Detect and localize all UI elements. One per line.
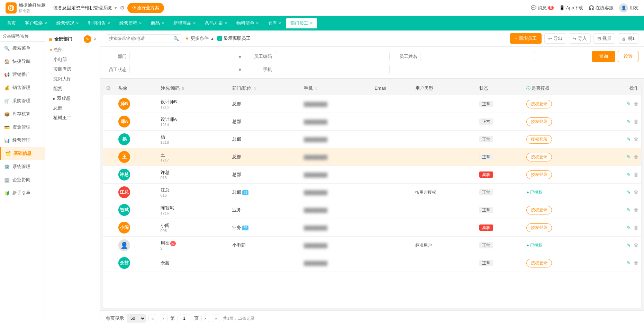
emp-code-input[interactable] — [275, 52, 390, 61]
nav-close-icon[interactable]: ✕ — [139, 21, 142, 26]
nav-close-icon[interactable]: ✕ — [107, 21, 110, 26]
dept-node-5[interactable]: ▸ 双虚想 — [48, 94, 97, 103]
sidebar-item-stock[interactable]: 📦库存核算 — [0, 107, 45, 121]
edit-button[interactable]: ✎ — [627, 136, 631, 142]
dept-collapse-button[interactable]: « — [93, 35, 97, 43]
delete-button[interactable]: 🗑 — [634, 136, 638, 142]
nav-new-goods[interactable]: 新增商品 ✕ — [169, 18, 200, 28]
dept-node-7[interactable]: 植树王二 — [48, 113, 97, 123]
edit-button[interactable]: ✎ — [627, 154, 631, 160]
delete-button[interactable]: 🗑 — [634, 260, 638, 266]
print-button[interactable]: 🖨 朝1 — [618, 33, 638, 44]
dropdown-arrow-icon[interactable]: ▾ — [115, 5, 117, 10]
authorize-button[interactable]: 授权登录 — [526, 117, 552, 126]
sidebar-item-nav[interactable]: 🏠快捷导航 — [0, 55, 45, 68]
dept-node-0[interactable]: ▾ 总部 — [48, 45, 97, 55]
edit-button[interactable]: ✎ — [627, 190, 631, 195]
settings-icon[interactable]: ⚙ — [120, 5, 125, 11]
app-download-btn[interactable]: 📱 App下载 — [559, 5, 583, 11]
authorize-button[interactable]: 授权登录 — [526, 135, 552, 144]
sidebar-search-input[interactable] — [3, 34, 45, 38]
message-btn[interactable]: 💬 消息 5 — [531, 5, 554, 11]
delete-button[interactable]: 🗑 — [634, 190, 638, 195]
delete-button[interactable]: 🗑 — [634, 225, 638, 230]
nav-close-icon[interactable]: ✕ — [44, 21, 47, 26]
next-page-button[interactable]: › — [201, 315, 209, 322]
authorize-button[interactable]: 授权登录 — [526, 153, 552, 161]
dept-node-3[interactable]: 沈阳大库 — [48, 74, 97, 84]
toolbar-search-icon[interactable]: 🔍 — [173, 36, 179, 41]
dept-edit-button[interactable]: ✎ — [84, 35, 91, 43]
search-input[interactable] — [109, 36, 171, 41]
query-button[interactable]: 查询 — [592, 51, 615, 62]
emp-name-input[interactable] — [420, 52, 535, 61]
col-settings-icon[interactable]: ⚙ — [106, 85, 111, 91]
authorize-button[interactable]: 授权登录 — [526, 100, 552, 108]
sidebar-item-guide[interactable]: 🔰新手引导 — [0, 186, 45, 200]
nav-close-icon[interactable]: ✕ — [256, 21, 259, 26]
add-employee-button[interactable]: + 新增员工 — [510, 33, 542, 44]
edit-button[interactable]: ✎ — [627, 207, 631, 213]
name-sort-icon[interactable]: ⇅ — [182, 87, 184, 90]
edit-button[interactable]: ✎ — [627, 243, 631, 248]
phone-input[interactable] — [275, 65, 390, 74]
set-button[interactable]: 设置 — [618, 51, 638, 62]
dept-node-1[interactable]: 小电部 — [48, 55, 97, 64]
sidebar-item-corp[interactable]: 🏢企业协同 — [0, 173, 45, 186]
nav-close-icon[interactable]: ✕ — [193, 21, 196, 26]
dept-select[interactable] — [129, 52, 244, 61]
sidebar-item-search[interactable]: 🔍搜索菜单 — [0, 42, 45, 55]
edit-button[interactable]: ✎ — [627, 225, 631, 230]
sidebar-item-system[interactable]: ⚙️系统管理 — [0, 160, 45, 173]
first-page-button[interactable]: « — [148, 315, 157, 322]
view-button[interactable]: ⊞ 视景 — [593, 33, 615, 44]
show-resigned-toggle[interactable]: 显示离职员工 — [217, 35, 251, 42]
edit-button[interactable]: ✎ — [627, 172, 631, 177]
nav-customer[interactable]: 客户联络 ✕ — [21, 18, 52, 28]
nav-warehouse[interactable]: 仓库 ✕ — [264, 18, 285, 28]
edit-button[interactable]: ✎ — [627, 260, 631, 266]
export-button[interactable]: ↩ 导出 — [544, 33, 566, 44]
delete-button[interactable]: 🗑 — [634, 154, 638, 160]
sidebar-item-sales[interactable]: 💰销售管理 — [0, 81, 45, 94]
sidebar-item-marketing[interactable]: 📢营销推广 — [0, 68, 45, 81]
page-size-select[interactable]: 50 20 100 — [127, 314, 146, 323]
dept-sort-icon[interactable]: ⇅ — [253, 87, 256, 90]
edit-button[interactable]: ✎ — [627, 101, 631, 107]
resigned-checkbox[interactable] — [217, 36, 222, 41]
nav-close-icon[interactable]: ✕ — [161, 21, 164, 26]
dept-node-6[interactable]: 总部 — [48, 103, 97, 113]
online-service-btn[interactable]: 🎧 在线客服 — [589, 5, 614, 11]
sidebar-item-management[interactable]: 📊经营管理 — [0, 134, 45, 147]
phone-sort-icon[interactable]: ⇅ — [315, 87, 318, 90]
nav-close-icon[interactable]: ✕ — [76, 21, 79, 26]
delete-button[interactable]: 🗑 — [634, 119, 638, 124]
nav-profit[interactable]: 利润报告 ✕ — [84, 18, 115, 28]
sidebar-item-purchase[interactable]: 🛒采购管理 — [0, 94, 45, 107]
prev-page-button[interactable]: ‹ — [160, 315, 167, 322]
dept-node-4[interactable]: 配货 — [48, 84, 97, 94]
delete-button[interactable]: 🗑 — [634, 243, 638, 248]
authorize-button[interactable]: 授权登录 — [526, 206, 552, 214]
nav-home[interactable]: 首页 — [3, 18, 20, 28]
nav-history[interactable]: 经营历程 ✕ — [115, 18, 146, 28]
emp-status-select[interactable] — [129, 65, 244, 74]
authorize-button[interactable]: 授权登录 — [526, 259, 552, 267]
last-page-button[interactable]: » — [212, 315, 220, 322]
delete-button[interactable]: 🗑 — [634, 207, 638, 213]
dept-node-2[interactable]: 项目库房 — [48, 64, 97, 74]
page-number-input[interactable] — [178, 315, 191, 322]
edit-button[interactable]: ✎ — [627, 119, 631, 124]
nav-close-icon[interactable]: ✕ — [224, 21, 227, 26]
sidebar-item-basic[interactable]: 🗂️基础信息 — [0, 147, 45, 160]
more-filter-btn[interactable]: ▼ 更多条件 ▲ — [185, 35, 215, 42]
authorize-button[interactable]: 授权登录 — [526, 223, 552, 232]
nav-close-active-icon[interactable]: ✕ — [310, 21, 313, 26]
nav-goods[interactable]: 商品 ✕ — [147, 18, 169, 28]
import-button[interactable]: ↪ 导入 — [569, 33, 591, 44]
nav-bom[interactable]: 物料清单 ✕ — [232, 18, 263, 28]
trial-button[interactable]: 体验行业方案 — [127, 3, 164, 13]
nav-dept-staff[interactable]: 部门员工 ✕ — [286, 18, 317, 28]
user-menu[interactable]: 👤 用友 — [619, 3, 638, 12]
nav-close-icon[interactable]: ✕ — [278, 21, 281, 26]
